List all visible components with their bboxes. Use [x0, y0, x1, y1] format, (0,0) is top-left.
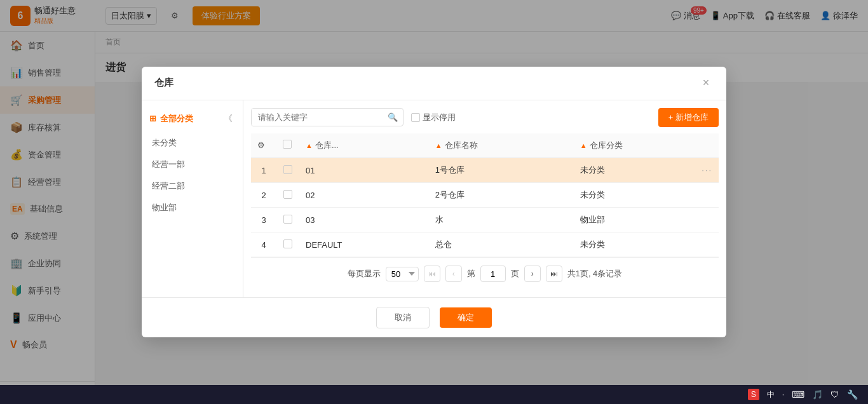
dialog-body: ⊞ 全部分类 《 未分类 经营一部 经营二部 物业部	[142, 100, 726, 298]
search-box: 🔍	[251, 108, 403, 126]
ime-mode-icon[interactable]: 中	[767, 389, 775, 400]
per-page-label: 每页显示	[348, 268, 381, 279]
next-page-button[interactable]: ›	[524, 266, 541, 282]
show-disabled-label[interactable]: 显示停用	[411, 112, 456, 123]
category-all-label: 全部分类	[160, 113, 193, 125]
action-dots[interactable]: ···	[702, 165, 712, 175]
row-code: 03	[299, 208, 429, 232]
sort-icon-name: ▲	[435, 142, 442, 149]
close-button[interactable]: ×	[698, 76, 714, 91]
table-toolbar: 🔍 显示停用 + 新增仓库	[251, 108, 719, 127]
sort-icon-code: ▲	[306, 142, 313, 149]
shield-icon[interactable]: 🛡	[831, 389, 839, 400]
show-disabled-checkbox[interactable]	[411, 113, 420, 122]
row-category: 未分类	[574, 183, 719, 208]
confirm-button[interactable]: 确定	[440, 307, 492, 328]
category-item-ops2[interactable]: 经营二部	[142, 175, 243, 197]
th-warehouse-category: ▲ 仓库分类	[574, 133, 719, 158]
row-no: 3	[251, 208, 276, 232]
table-body: 1 01 1号仓库 未分类 ··· 2 02 2号仓库 未分类 3 03 水 物…	[251, 158, 719, 257]
row-code: 02	[299, 183, 429, 208]
row-checkbox[interactable]	[276, 158, 299, 183]
ime-icon[interactable]: S	[748, 389, 759, 400]
row-name: 2号仓库	[429, 183, 574, 208]
table-scroll-area: ⚙ ▲ 仓库...	[251, 133, 719, 258]
row-name: 水	[429, 208, 574, 232]
search-icon[interactable]: 🔍	[383, 109, 403, 126]
row-checkbox[interactable]	[276, 183, 299, 208]
category-item-unclassified[interactable]: 未分类	[142, 132, 243, 154]
last-page-button[interactable]: ⏭	[546, 266, 562, 282]
page-label: 第	[467, 268, 475, 279]
row-category: 未分类	[574, 232, 719, 257]
pagination: 每页显示 50 10 20 100 ⏮ ‹ 第 页 › ⏭ 共1页, 4条记录	[251, 257, 719, 290]
table-row[interactable]: 1 01 1号仓库 未分类 ···	[251, 158, 719, 183]
show-disabled-text: 显示停用	[423, 112, 456, 123]
row-checkbox[interactable]	[276, 208, 299, 232]
table-head: ⚙ ▲ 仓库...	[251, 133, 719, 158]
table-panel: 🔍 显示停用 + 新增仓库 ⚙	[243, 100, 726, 298]
category-item-property[interactable]: 物业部	[142, 197, 243, 219]
th-gear: ⚙	[251, 133, 276, 158]
table-header-row: ⚙ ▲ 仓库...	[251, 133, 719, 158]
collapse-button[interactable]: 《	[221, 112, 235, 126]
modal-overlay: 仓库 × ⊞ 全部分类 《 未分类 经营一部	[0, 0, 868, 404]
music-icon[interactable]: 🎵	[812, 389, 823, 400]
tool-icon[interactable]: 🔧	[847, 389, 858, 400]
select-all-checkbox[interactable]	[283, 140, 292, 149]
dialog-header: 仓库 ×	[142, 67, 726, 100]
search-input[interactable]	[252, 109, 383, 126]
row-no: 1	[251, 158, 276, 183]
row-category: 未分类 ···	[574, 158, 719, 183]
row-code: DEFAULT	[299, 232, 429, 257]
th-check	[276, 133, 299, 158]
row-no: 4	[251, 232, 276, 257]
table-row[interactable]: 2 02 2号仓库 未分类	[251, 183, 719, 208]
dot-icon: ·	[782, 390, 784, 399]
dialog-title: 仓库	[154, 77, 173, 89]
warehouse-table: ⚙ ▲ 仓库...	[251, 133, 719, 258]
row-no: 2	[251, 183, 276, 208]
table-row[interactable]: 3 03 水 物业部	[251, 208, 719, 232]
add-warehouse-button[interactable]: + 新增仓库	[658, 108, 719, 127]
page-number-input[interactable]	[480, 266, 506, 282]
warehouse-dialog: 仓库 × ⊞ 全部分类 《 未分类 经营一部	[142, 67, 726, 338]
row-checkbox[interactable]	[276, 232, 299, 257]
dialog-footer: 取消 确定	[142, 297, 726, 337]
sort-icon-category: ▲	[580, 142, 587, 149]
category-header: ⊞ 全部分类 《	[142, 108, 243, 132]
table-row[interactable]: 4 DEFAULT 总仓 未分类	[251, 232, 719, 257]
th-warehouse-code: ▲ 仓库...	[299, 133, 429, 158]
row-name: 总仓	[429, 232, 574, 257]
status-bar: S 中 · ⌨ 🎵 🛡 🔧	[0, 385, 868, 404]
category-item-ops1[interactable]: 经营一部	[142, 154, 243, 175]
keyboard-icon[interactable]: ⌨	[792, 389, 804, 400]
per-page-select[interactable]: 50 10 20 100	[386, 267, 419, 281]
category-panel: ⊞ 全部分类 《 未分类 经营一部 经营二部 物业部	[142, 100, 243, 298]
row-code: 01	[299, 158, 429, 183]
row-category: 物业部	[574, 208, 719, 232]
first-page-button[interactable]: ⏮	[424, 266, 440, 282]
page-suffix: 页	[511, 268, 519, 279]
th-warehouse-name: ▲ 仓库名称	[429, 133, 574, 158]
cancel-button[interactable]: 取消	[376, 307, 430, 328]
prev-page-button[interactable]: ‹	[445, 266, 462, 282]
row-name: 1号仓库	[429, 158, 574, 183]
category-all[interactable]: ⊞ 全部分类	[149, 113, 193, 125]
grid-icon: ⊞	[149, 114, 156, 123]
total-records: 共1页, 4条记录	[567, 268, 623, 279]
